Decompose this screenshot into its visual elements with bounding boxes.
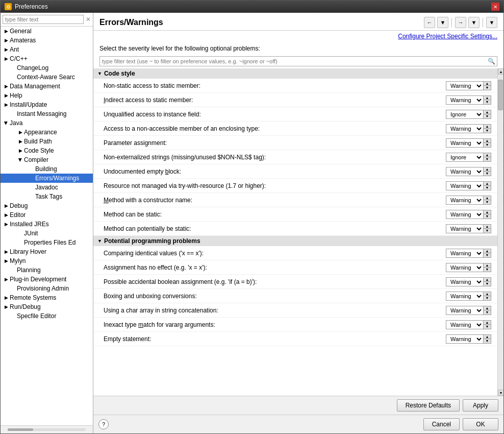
setting-select-non-accessible[interactable]: WarningErrorInfoIgnore ▲▼ xyxy=(446,124,491,133)
sidebar-item-ant[interactable]: ▶ Ant xyxy=(1,45,93,54)
sidebar-item-context-aware[interactable]: ▶ Context-Aware Searc xyxy=(1,73,93,82)
sidebar-item-cpp[interactable]: ▶ C/C++ xyxy=(1,54,93,63)
sidebar-item-help[interactable]: ▶ Help xyxy=(1,91,93,100)
spinbox-down-resource[interactable]: ▼ xyxy=(484,186,491,190)
setting-select-method-constructor-select[interactable]: WarningErrorInfoIgnore xyxy=(446,196,483,204)
setting-select-char-array-select[interactable]: WarningErrorInfoIgnore xyxy=(446,306,483,315)
setting-select-inexact-type-select[interactable]: WarningErrorInfoIgnore xyxy=(446,321,483,329)
spinbox-up-method-static[interactable]: ▲ xyxy=(484,210,491,214)
sidebar-item-run-debug[interactable]: ▶ Run/Debug xyxy=(1,302,93,311)
setting-select-indirect-select[interactable]: WarningErrorInfoIgnore xyxy=(446,96,483,104)
sidebar-item-install[interactable]: ▶ Install/Update xyxy=(1,100,93,109)
restore-defaults-button[interactable]: Restore Defaults xyxy=(397,399,460,412)
sidebar-item-plugin-dev[interactable]: ▶ Plug-in Development xyxy=(1,275,93,284)
sidebar-item-junit[interactable]: ▶ JUnit xyxy=(1,229,93,238)
spinbox-up-assignment-effect[interactable]: ▲ xyxy=(484,263,491,268)
sidebar-item-specfile[interactable]: ▶ Specfile Editor xyxy=(1,311,93,321)
configure-project-link[interactable]: Configure Project Specific Settings... xyxy=(398,33,497,40)
setting-select-accidental-bool[interactable]: WarningErrorInfoIgnore ▲▼ xyxy=(446,277,491,286)
sidebar-item-mylyn[interactable]: ▶ Mylyn xyxy=(1,256,93,266)
setting-select-inexact-type[interactable]: WarningErrorInfoIgnore ▲▼ xyxy=(446,320,491,329)
spinbox-up-boxing[interactable]: ▲ xyxy=(484,292,491,296)
setting-select-resource[interactable]: WarningErrorInfoIgnore ▲▼ xyxy=(446,181,491,190)
spinbox-down-indirect[interactable]: ▼ xyxy=(484,100,491,104)
sidebar-item-code-style[interactable]: ▶ Code Style xyxy=(1,146,93,155)
sidebar-item-installed-jres[interactable]: ▶ Installed JREs xyxy=(1,220,93,229)
spinbox-down-undoc-empty[interactable]: ▼ xyxy=(484,172,491,176)
setting-select-assignment-effect-select[interactable]: WarningErrorInfoIgnore xyxy=(446,263,483,272)
sidebar-item-compiler[interactable]: ▶ Compiler xyxy=(1,155,93,164)
spinbox-up-undoc-empty[interactable]: ▲ xyxy=(484,167,491,172)
setting-select-method-static[interactable]: WarningErrorInfoIgnore ▲▼ xyxy=(446,210,491,219)
setting-select-non-extern[interactable]: IgnoreWarningErrorInfo ▲▼ xyxy=(446,153,491,162)
sidebar-item-build-path[interactable]: ▶ Build Path xyxy=(1,137,93,146)
sidebar-item-javadoc[interactable]: ▶ Javadoc xyxy=(1,183,93,192)
sidebar-item-properties[interactable]: ▶ Properties Files Ed xyxy=(1,238,93,247)
preferences-dropdown-button[interactable]: ▼ xyxy=(486,17,497,28)
sidebar-item-editor[interactable]: ▶ Editor xyxy=(1,210,93,220)
forward-button[interactable]: → xyxy=(455,17,466,28)
sidebar-item-java[interactable]: ▶ Java xyxy=(1,118,93,128)
setting-select-assignment-effect[interactable]: WarningErrorInfoIgnore ▲▼ xyxy=(446,263,491,272)
sidebar-item-task-tags[interactable]: ▶ Task Tags xyxy=(1,192,93,201)
sidebar-item-general[interactable]: ▶ General xyxy=(1,27,93,36)
back-button[interactable]: ← xyxy=(424,17,435,28)
setting-select-non-static[interactable]: WarningErrorInfoIgnore ▲▼ xyxy=(446,81,491,90)
ok-button[interactable]: OK xyxy=(463,418,498,430)
spinbox-down-method-constructor[interactable]: ▼ xyxy=(484,200,491,204)
sidebar-item-amateras[interactable]: ▶ Amateras xyxy=(1,36,93,45)
setting-select-indirect[interactable]: WarningErrorInfoIgnore ▲▼ xyxy=(446,95,491,105)
spinbox-down-non-static[interactable]: ▼ xyxy=(484,86,491,90)
setting-select-unqualified[interactable]: IgnoreWarningErrorInfo ▲▼ xyxy=(446,110,491,119)
setting-select-char-array[interactable]: WarningErrorInfoIgnore ▲▼ xyxy=(446,306,491,315)
setting-select-accidental-bool-select[interactable]: WarningErrorInfoIgnore xyxy=(446,278,483,286)
setting-select-resource-select[interactable]: WarningErrorInfoIgnore xyxy=(446,182,483,190)
panel-filter-input[interactable] xyxy=(99,56,497,66)
setting-select-non-static-select[interactable]: WarningErrorInfoIgnore xyxy=(446,82,483,90)
spinbox-up-non-extern[interactable]: ▲ xyxy=(484,153,491,157)
sidebar-item-building[interactable]: ▶ Building xyxy=(1,164,93,174)
setting-select-comparing-select[interactable]: WarningErrorInfoIgnore xyxy=(446,249,483,257)
setting-select-boxing-select[interactable]: WarningErrorInfoIgnore xyxy=(446,292,483,300)
setting-select-param-assign-select[interactable]: WarningErrorInfoIgnore xyxy=(446,139,483,147)
apply-button[interactable]: Apply xyxy=(463,399,498,412)
dropdown-back-button[interactable]: ▼ xyxy=(437,17,448,28)
setting-select-method-static-select[interactable]: WarningErrorInfoIgnore xyxy=(446,210,483,219)
spinbox-down-non-extern[interactable]: ▼ xyxy=(484,157,491,161)
help-button[interactable]: ? xyxy=(98,419,109,429)
sidebar-filter-input[interactable] xyxy=(3,15,84,24)
spinbox-down-comparing[interactable]: ▼ xyxy=(484,253,491,257)
spinbox-up-param-assign[interactable]: ▲ xyxy=(484,139,491,143)
setting-select-method-pot-static[interactable]: WarningErrorInfoIgnore ▲▼ xyxy=(446,224,491,233)
spinbox-down-empty-statement[interactable]: ▼ xyxy=(484,339,491,343)
cancel-button[interactable]: Cancel xyxy=(423,418,460,430)
spinbox-down-param-assign[interactable]: ▼ xyxy=(484,143,491,147)
sidebar-item-appearance[interactable]: ▶ Appearance xyxy=(1,128,93,137)
dropdown-forward-button[interactable]: ▼ xyxy=(468,17,480,28)
section-header-code-style[interactable]: ▼ Code style xyxy=(93,68,497,79)
setting-select-unqualified-select[interactable]: IgnoreWarningErrorInfo xyxy=(446,110,483,118)
spinbox-up-empty-statement[interactable]: ▲ xyxy=(484,335,491,339)
spinbox-up-inexact-type[interactable]: ▲ xyxy=(484,321,491,325)
sidebar-item-data-mgmt[interactable]: ▶ Data Management xyxy=(1,82,93,91)
setting-select-non-accessible-select[interactable]: WarningErrorInfoIgnore xyxy=(446,125,483,133)
sidebar-item-library-hover[interactable]: ▶ Library Hover xyxy=(1,247,93,256)
sidebar-filter-clear-icon[interactable]: ✕ xyxy=(86,16,91,23)
setting-select-comparing[interactable]: WarningErrorInfoIgnore ▲▼ xyxy=(446,249,491,258)
setting-select-method-constructor[interactable]: WarningErrorInfoIgnore ▲▼ xyxy=(446,196,491,205)
sidebar-item-provisioning[interactable]: ▶ Provisioning Admin xyxy=(1,284,93,293)
sidebar-item-instant[interactable]: ▶ Instant Messaging xyxy=(1,109,93,118)
spinbox-down-unqualified[interactable]: ▼ xyxy=(484,114,491,118)
spinbox-up-method-constructor[interactable]: ▲ xyxy=(484,196,491,200)
setting-select-empty-statement-select[interactable]: WarningErrorInfoIgnore xyxy=(446,335,483,343)
spinbox-up-non-accessible[interactable]: ▲ xyxy=(484,125,491,129)
scroll-down-btn[interactable]: ▼ xyxy=(498,390,503,396)
sidebar-item-changelog[interactable]: ▶ ChangeLog xyxy=(1,63,93,73)
spinbox-down-inexact-type[interactable]: ▼ xyxy=(484,325,491,329)
spinbox-down-method-pot-static[interactable]: ▼ xyxy=(484,229,491,233)
setting-select-param-assign[interactable]: WarningErrorInfoIgnore ▲▼ xyxy=(446,138,491,148)
setting-select-undoc-empty[interactable]: WarningErrorInfoIgnore ▲▼ xyxy=(446,167,491,176)
sidebar-item-errors-warnings[interactable]: ▶ Errors/Warnings xyxy=(1,174,93,183)
spinbox-up-comparing[interactable]: ▲ xyxy=(484,249,491,253)
spinbox-up-method-pot-static[interactable]: ▲ xyxy=(484,225,491,229)
